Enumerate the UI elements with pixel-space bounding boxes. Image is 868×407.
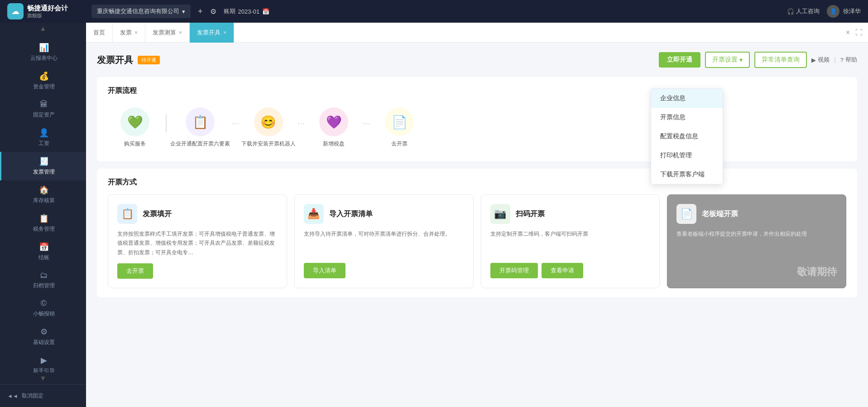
user-area[interactable]: 👤 徐泽华: [827, 5, 861, 18]
user-avatar: 👤: [827, 5, 839, 18]
settings-icon[interactable]: ⚙: [210, 7, 216, 16]
status-badge: 待开通: [138, 56, 160, 64]
sidebar-item-fapiao[interactable]: 🧾 发票管理: [0, 152, 86, 180]
sidebar-item-guidang[interactable]: 🗂 归档管理: [0, 266, 86, 294]
sidebar-item-jichushezhi[interactable]: ⚙ 基础设置: [0, 322, 86, 351]
dropdown-item-kaipiaoxinxi[interactable]: 开票信息: [651, 108, 723, 127]
billing-card-tiankao-btn[interactable]: 去开票: [117, 263, 153, 279]
person-icon: 👤: [39, 128, 49, 138]
flow-step-label-3: 下载并安装开票机器人: [241, 140, 296, 148]
flow-step-label-4: 新增税盘: [323, 140, 345, 148]
tab-close-all-button[interactable]: ×: [844, 27, 852, 39]
sidebar-label-xiaochang: 小畅报销: [33, 310, 55, 318]
flow-divider-1: [166, 114, 167, 132]
tab-fapiaokaju-label: 发票开具: [197, 29, 221, 37]
calendar-icon[interactable]: 📅: [262, 8, 269, 15]
sidebar-item-zijin[interactable]: 💰 资金管理: [0, 67, 86, 95]
flow-step-icon-1: 💚: [120, 107, 149, 136]
play-icon: ▶: [811, 57, 816, 63]
settings-button[interactable]: 开票设置 ▾: [705, 52, 750, 68]
support-button[interactable]: 🎧 人工咨询: [787, 7, 820, 15]
sidebar-label-kucun: 库存核算: [33, 197, 55, 204]
flow-arrow-3: ···: [296, 118, 307, 128]
billing-card-saoma-btn2[interactable]: 查看申请: [542, 263, 583, 278]
logo-title: 畅捷通好会计: [27, 4, 68, 12]
flow-step-icon-5: 📄: [385, 107, 414, 136]
warehouse-icon: 🏠: [39, 185, 49, 195]
dropdown-arrow-icon: ▾: [182, 8, 185, 15]
logo-icon: ☁: [7, 3, 24, 19]
abnormal-button[interactable]: 异常清单查询: [754, 52, 807, 68]
account-period: 账期 2023-01 📅: [224, 7, 270, 15]
help-label: 帮助: [845, 56, 857, 64]
sidebar-item-xinshouyindao[interactable]: ▶ 新手引导: [0, 351, 86, 373]
video-button[interactable]: ▶ 视频: [811, 56, 830, 64]
dropdown-item-peizhi-label: 配置税盘信息: [660, 132, 698, 140]
period-label: 账期: [224, 7, 235, 15]
tab-fapiaokaju-close[interactable]: ×: [223, 29, 226, 36]
sidebar-scroll-down[interactable]: ▼: [0, 373, 86, 384]
sidebar-item-jiezhang[interactable]: 📅 结账: [0, 237, 86, 266]
tab-fapiaocesuan[interactable]: 发票测算 ×: [145, 23, 190, 43]
billing-card-tiankao-header: 📋 发票填开: [117, 204, 278, 224]
dropdown-item-qiyexinxi[interactable]: 企业信息 ➜: [651, 89, 723, 108]
company-selector[interactable]: 重庆畅捷交通信息咨询有限公司 ▾: [91, 5, 191, 18]
sidebar-label-jiezhang: 结账: [38, 254, 49, 262]
activate-button[interactable]: 立即开通: [659, 52, 700, 68]
sidebar-label-zijin: 资金管理: [33, 83, 55, 91]
flow-step-label-2: 企业开通配置开票六要素: [170, 140, 230, 148]
top-bar-actions: 🎧 人工咨询 👤 徐泽华: [787, 5, 861, 18]
sidebar-label-shuiwu: 税务管理: [33, 225, 55, 233]
invoice-icon: 🧾: [39, 156, 49, 166]
dropdown-item-dayinji-label: 打印机管理: [660, 151, 692, 159]
dropdown-item-dayinji[interactable]: 打印机管理: [651, 146, 723, 165]
billing-card-laoban-header: 📄 老板端开票: [676, 204, 837, 224]
billing-card-daoru-icon: 📥: [304, 204, 324, 224]
logo-subtitle: 旗舰版: [27, 12, 68, 19]
content-area: 首页 发票 × 发票测算 × 发票开具 × × ⛶: [86, 23, 868, 407]
sidebar: ▲ 📊 云报表中心 💰 资金管理 🏛 固定资产 👤 工资: [0, 23, 86, 407]
period-value: 2023-01: [238, 8, 260, 15]
money-icon: 💰: [39, 71, 49, 81]
billing-section: 开票方式 📋 发票填开 支持按照发票样式手工填开发票；可开具增值税电子普通发票、…: [97, 169, 857, 297]
dropdown-item-xiazai[interactable]: 下载开票客户端: [651, 165, 723, 184]
sidebar-item-shuiwu[interactable]: 📋 税务管理: [0, 209, 86, 237]
flow-section-title: 开票流程: [108, 86, 846, 96]
flow-step-icon-3: 😊: [254, 107, 283, 136]
question-icon: ?: [840, 57, 844, 63]
add-button[interactable]: +: [198, 7, 203, 16]
overlay-text: 敬请期待: [797, 265, 837, 279]
billing-card-daoru: 📥 导入开票清单 支持导入待开票清单，可对待开票清单进行拆分、合并处理。 导入清…: [294, 194, 474, 288]
logo-text-area: 畅捷通好会计 旗舰版: [27, 4, 68, 19]
tab-fapiaokaju[interactable]: 发票开具 ×: [190, 23, 234, 43]
billing-card-saoma-btn1[interactable]: 开票码管理: [490, 263, 538, 278]
tab-maximize-button[interactable]: ⛶: [854, 27, 864, 39]
billing-card-tiankao-icon: 📋: [117, 204, 137, 224]
sidebar-item-gudingzichan[interactable]: 🏛 固定资产: [0, 95, 86, 123]
tab-fapiaocesuan-close[interactable]: ×: [179, 29, 182, 36]
user-name: 徐泽华: [843, 7, 861, 15]
sidebar-item-yunbaobiao[interactable]: 📊 云报表中心: [0, 38, 86, 67]
sidebar-label-xinshouyindao: 新手引导: [33, 367, 55, 373]
tab-home[interactable]: 首页: [86, 23, 113, 43]
divider: |: [834, 56, 836, 63]
page-actions: 立即开通 开票设置 ▾ 异常清单查询 ▶ 视频 | ?: [659, 52, 857, 68]
flow-step-icon-4: 💜: [319, 107, 348, 136]
tab-fapiao-close[interactable]: ×: [134, 29, 138, 36]
help-button[interactable]: ? 帮助: [840, 56, 857, 64]
dropdown-item-peizhi[interactable]: 配置税盘信息: [651, 127, 723, 146]
billing-card-daoru-title: 导入开票清单: [329, 209, 373, 219]
sidebar-item-gongzi[interactable]: 👤 工资: [0, 123, 86, 152]
sidebar-label-guidang: 归档管理: [33, 282, 55, 290]
billing-card-daoru-btn[interactable]: 导入清单: [304, 263, 345, 278]
settings-label: 开票设置: [712, 56, 738, 64]
cancel-pin-button[interactable]: ◄◄ 取消固定: [0, 388, 86, 403]
tab-fapiao-label: 发票: [120, 29, 132, 37]
tabs-bar: 首页 发票 × 发票测算 × 发票开具 × × ⛶: [86, 23, 868, 43]
tab-fapiao[interactable]: 发票 ×: [113, 23, 145, 43]
top-bar: ☁ 畅捷通好会计 旗舰版 重庆畅捷交通信息咨询有限公司 ▾ + ⚙ 账期 202…: [0, 0, 868, 23]
sidebar-bottom: ◄◄ 取消固定: [0, 384, 86, 407]
sidebar-scroll-up[interactable]: ▲: [0, 23, 86, 34]
sidebar-item-kucun[interactable]: 🏠 库存核算: [0, 180, 86, 209]
sidebar-item-xiaochang[interactable]: © 小畅报销: [0, 294, 86, 322]
